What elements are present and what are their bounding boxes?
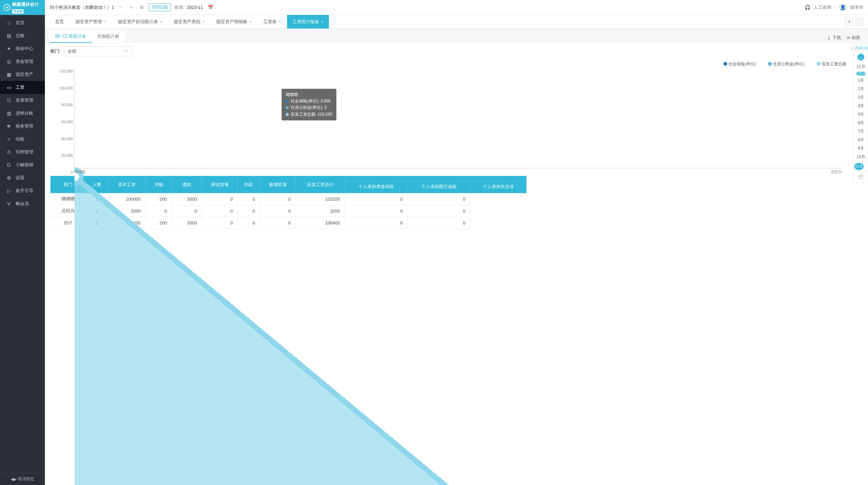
guide-icon: ▷: [6, 188, 12, 194]
sidebar-item-fund[interactable]: ◎资金管理: [0, 55, 45, 68]
brand-sub: 专业版: [12, 9, 23, 14]
invoice-icon: ☷: [6, 98, 12, 103]
home-icon: ⌂: [6, 20, 12, 26]
topbar: 刘小艳演示账套（勿删勿动！）1 ﹀ ＋ ⚙ 切到旧版 账期 2023-11 📅 …: [45, 0, 868, 15]
timeline-collapse-icon[interactable]: ›: [850, 46, 855, 52]
sidebar-item-invoice[interactable]: ☷发票管理: [0, 94, 45, 107]
sidebar-item-vip[interactable]: V畅会员: [0, 197, 45, 210]
timeline-month-12月[interactable]: 12月: [854, 63, 868, 71]
collapse-icon: ◀▶: [11, 477, 17, 482]
timeline-month-4月[interactable]: 4月: [854, 102, 868, 110]
brand-logo: ✦ 畅捷通好会计 专业版: [0, 0, 45, 15]
switch-old-version-button[interactable]: 切到旧版: [149, 3, 171, 11]
gear-icon[interactable]: ⚙: [138, 3, 145, 11]
account-name: 刘小艳演示账套（勿删勿动！）1: [50, 4, 114, 11]
download-button[interactable]: ⤓下载: [824, 33, 844, 43]
timeline-year: 2023: [856, 72, 865, 76]
user-name: 徐泽华: [850, 4, 863, 11]
tooltip-row: 社会保险(单位): 3,000: [286, 98, 332, 104]
asset-icon: ▦: [6, 72, 12, 77]
fullscreen-icon[interactable]: ⛶: [856, 18, 863, 26]
add-icon[interactable]: ＋: [128, 3, 135, 12]
chart-tooltip: 嗯嗯嗯 社会保险(单位): 3,000住房公积金(单位): 0应发工资总额: 1…: [282, 89, 336, 120]
subtab-部门工资统计表[interactable]: 部门工资统计表: [50, 31, 91, 43]
headset-icon: 🎧: [805, 5, 810, 10]
tooltip-row: 应发工资总额: 103,200: [286, 111, 332, 118]
tab-固定资产类别[interactable]: 固定资产类别×: [168, 15, 210, 29]
report-icon: ✦: [6, 46, 12, 51]
tab-固定资产折旧统计表[interactable]: 固定资产折旧统计表×: [113, 15, 168, 29]
ledger-icon: ▤: [6, 33, 12, 38]
timeline-month-9月[interactable]: 9月: [854, 144, 868, 153]
support-link[interactable]: 人工咨询: [814, 4, 831, 11]
timeline-month-5月[interactable]: 5月: [854, 110, 868, 119]
legend-item[interactable]: 住房公积金(单位): [762, 62, 804, 66]
timeline-month-3月[interactable]: 3月: [854, 93, 868, 102]
stock-icon: ▥: [6, 111, 12, 116]
tooltip-title: 嗯嗯嗯: [286, 91, 332, 98]
settings-icon: ⚙: [6, 175, 12, 181]
tab-固定资产管理[interactable]: 固定资产管理×: [70, 15, 112, 29]
subtab-月份统计表[interactable]: 月份统计表: [91, 31, 124, 43]
subtab-bar: 部门工资统计表月份统计表 ⤓下载 ⟳刷新: [45, 29, 868, 43]
legend-item[interactable]: 社会保险(单位): [717, 62, 756, 66]
close-icon[interactable]: ×: [249, 19, 252, 24]
tax-icon: ❄: [6, 123, 12, 129]
timeline-month-6月[interactable]: 6月: [854, 119, 868, 127]
close-icon[interactable]: ×: [202, 19, 205, 24]
dept-filter-label: 部门:: [50, 48, 61, 54]
tab-首页[interactable]: 首页: [50, 15, 69, 29]
sidebar-footer-unpin[interactable]: ◀▶ 取消固定: [0, 473, 45, 485]
sidebar-item-archive[interactable]: ⎙归档管理: [0, 146, 45, 158]
timeline-up-icon[interactable]: ︽: [857, 54, 864, 61]
close-icon[interactable]: ×: [279, 19, 281, 24]
page-tabs: 首页固定资产管理×固定资产折旧统计表×固定资产类别×固定资产明细账×工资表×工资…: [45, 15, 868, 29]
close-icon: ✧: [6, 136, 12, 142]
timeline-month-2月[interactable]: 2月: [854, 85, 868, 93]
filter-row: 部门: 全部 ﹀: [45, 43, 868, 60]
sidebar-item-settings[interactable]: ⚙设置: [0, 171, 45, 184]
dept-select[interactable]: 全部 ﹀: [64, 46, 132, 56]
chart-legend: 社会保险(单位)住房公积金(单位)应发工资总额: [50, 60, 863, 69]
close-icon[interactable]: ×: [321, 19, 323, 24]
timeline-month-8月[interactable]: 8月: [854, 136, 868, 144]
tab-固定资产明细账[interactable]: 固定资产明细账×: [211, 15, 257, 29]
sidebar-item-reimburse[interactable]: G小畅报销: [0, 158, 45, 171]
sidebar-item-home[interactable]: ⌂首页: [0, 16, 45, 29]
refresh-icon: ⟳: [847, 35, 850, 40]
refresh-button[interactable]: ⟳刷新: [844, 33, 863, 43]
close-tab-icon[interactable]: ✕: [846, 18, 853, 26]
avatar[interactable]: 👤: [839, 4, 847, 11]
calendar-icon[interactable]: 📅: [206, 3, 215, 11]
nav-list: ⌂首页▤总账✦报表中心◎资金管理▦固定资产▭工资☷发票管理▥进销台账❄税务管理✧…: [0, 15, 45, 473]
salary-icon: ▭: [6, 85, 12, 90]
tab-工资表[interactable]: 工资表×: [258, 15, 286, 29]
sidebar-item-guide[interactable]: ▷新手引导: [0, 184, 45, 197]
brand-name: 畅捷通好会计: [12, 1, 39, 7]
timeline-down-icon[interactable]: ︾: [857, 173, 864, 180]
x-axis-labels: 嗯嗯嗯总经办: [74, 169, 842, 174]
tab-工资统计报表[interactable]: 工资统计报表×: [287, 15, 329, 29]
timeline-month-10月[interactable]: 10月: [854, 153, 868, 161]
timeline-month-1月[interactable]: 1月: [854, 76, 868, 85]
account-dropdown-icon[interactable]: ﹀: [117, 4, 124, 11]
sidebar-item-asset[interactable]: ▦固定资产: [0, 68, 45, 81]
archive-icon: ⎙: [6, 149, 12, 155]
fund-icon: ◎: [6, 59, 12, 64]
sidebar-item-salary[interactable]: ▭工资: [0, 81, 45, 94]
timeline-month-7月[interactable]: 7月: [854, 127, 868, 136]
legend-item[interactable]: 应发工资总额: [811, 62, 846, 66]
salary-area-chart[interactable]: 120,000100,00080,00060,00040,00020,0000 …: [74, 69, 842, 174]
period-value: 2023-11: [187, 5, 203, 10]
sidebar-item-stock[interactable]: ▥进销台账: [0, 107, 45, 120]
sidebar-item-close[interactable]: ✧结账: [0, 133, 45, 146]
reimburse-icon: G: [6, 162, 12, 168]
cloud-icon: ✦: [3, 4, 10, 11]
sidebar-item-tax[interactable]: ❄税务管理: [0, 120, 45, 133]
close-icon[interactable]: ×: [160, 19, 162, 24]
timeline-month-11月[interactable]: 11月: [854, 161, 868, 171]
svg-marker-0: [74, 177, 842, 485]
sidebar-item-ledger[interactable]: ▤总账: [0, 29, 45, 42]
close-icon[interactable]: ×: [104, 19, 106, 24]
sidebar-item-report[interactable]: ✦报表中心: [0, 42, 45, 55]
